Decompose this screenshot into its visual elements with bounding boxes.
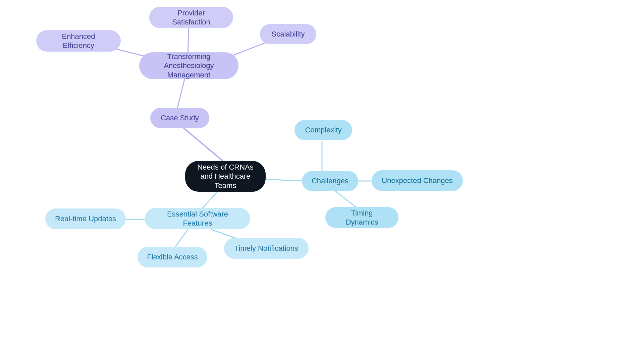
node-label: Unexpected Changes [382,176,453,185]
edge [188,27,189,54]
edge [201,191,218,209]
node-root[interactable]: Needs of CRNAs and Healthcare Teams [185,161,266,192]
node-case-study[interactable]: Case Study [150,108,209,128]
node-label: Provider Satisfaction [159,8,224,27]
node-transforming[interactable]: Transforming Anesthesiology Management [139,52,238,79]
node-provider-satisfaction[interactable]: Provider Satisfaction [149,7,233,28]
edge [335,191,359,209]
node-complexity[interactable]: Complexity [294,120,352,140]
node-label: Enhanced Efficiency [46,32,111,50]
node-timely-notifications[interactable]: Timely Notifications [224,238,309,259]
node-enhanced-efficiency[interactable]: Enhanced Efficiency [36,30,121,52]
mindmap-canvas: Needs of CRNAs and Healthcare Teams Case… [0,0,644,363]
node-essential-features[interactable]: Essential Software Features [145,208,250,229]
edge [174,230,188,248]
node-label: Complexity [305,125,342,135]
node-scalability[interactable]: Scalability [260,24,316,44]
node-flexible-access[interactable]: Flexible Access [138,247,207,267]
node-label: Real-time Updates [55,214,116,224]
node-label: Challenges [312,176,348,186]
node-label: Timing Dynamics [335,208,389,227]
node-label: Case Study [161,113,199,123]
node-label: Essential Software Features [154,209,241,228]
node-realtime-updates[interactable]: Real-time Updates [45,208,126,229]
node-label: Timely Notifications [234,244,298,253]
node-label: Needs of CRNAs and Healthcare Teams [195,163,256,190]
node-label: Flexible Access [147,252,198,262]
node-label: Scalability [271,29,305,39]
node-challenges[interactable]: Challenges [302,171,358,191]
edge [265,179,305,181]
node-unexpected-changes[interactable]: Unexpected Changes [372,170,463,191]
node-timing-dynamics[interactable]: Timing Dynamics [325,207,398,228]
node-label: Transforming Anesthesiology Management [149,52,229,80]
